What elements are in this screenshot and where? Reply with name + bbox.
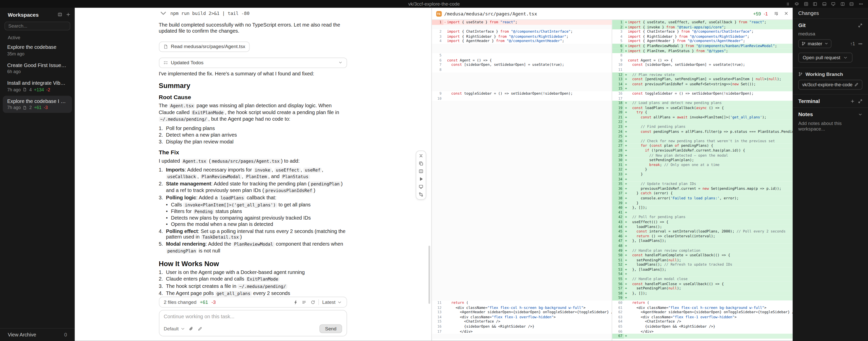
files-count: 4 [29,87,32,92]
list-icon[interactable] [302,300,306,305]
more-menu-icon[interactable] [858,41,863,46]
close-diff-icon[interactable] [784,11,788,16]
columns-icon[interactable] [840,2,845,6]
diff-line: 17 </div> [431,329,612,334]
tool-box[interactable]: Read medusa/src/pages/Agent.tsx [159,41,250,52]
rows-icon[interactable] [849,2,854,6]
list-item: 3.The hook script creates a file in ~/.m… [159,283,347,289]
diff-line: 52+ loadPlans(); // Refresh to update tr… [612,262,793,267]
workspace-time: 7h ago [7,87,21,92]
diff-line [431,177,612,182]
play-icon[interactable] [418,177,424,182]
list-item: 3.Polling logic: Added a loadPlans callb… [159,194,347,201]
workspace-time: 6h ago [7,69,21,74]
diff-line [431,215,612,220]
git-sidebar: Changes Git medusa master ↑1 Open pull r… [793,8,868,341]
diff-line [431,296,612,301]
list-checks-icon [163,60,168,65]
diff-line: 16 const toggleSidebar = () => setSideba… [612,91,793,96]
monitor-icon[interactable] [831,2,836,6]
zap-icon[interactable] [293,300,298,305]
chevron-down-icon[interactable] [858,112,863,117]
workspace-meta: 35m ago [7,51,67,56]
tool-command[interactable]: npm run build 2>&1 | tail -80 [159,9,347,18]
pause-icon[interactable] [785,2,790,6]
diff-line: 55+ // Handle plan modal close [612,277,793,282]
diff-line: 39+ } [612,200,793,206]
refresh-icon[interactable] [310,300,315,305]
wrap-lines-icon[interactable] [774,11,779,16]
chevron-down-icon [159,9,167,18]
workspace-meta: 7h ago4+134-2 [7,87,67,92]
diff-line [431,210,612,215]
search-input[interactable]: Search... [5,22,70,30]
git-branch-icon [802,42,806,46]
new-terminal-icon[interactable] [850,99,855,103]
diff-line: 56+ const handlePlanClose = useCallback(… [612,282,793,286]
diff-line: 67+ [612,334,793,338]
changes-summary-bar[interactable]: 2 files changed +61 -3 Latest [159,297,347,308]
grid-icon[interactable] [803,2,808,6]
diff-line: 50+ const handlePlanComplete = useCallba… [612,253,793,258]
deletions-count: -2 [46,87,50,92]
diff-line: 47+ }, [loadPlans]); [612,239,793,243]
divider [318,299,319,305]
columns-icon[interactable] [58,12,63,17]
branch-select[interactable]: master [798,39,832,48]
diff-line: 41+ [612,210,793,215]
diff-line: 46+ return () => clearInterval(interval)… [612,234,793,239]
panel-bottom-icon[interactable] [822,2,827,6]
columns-icon[interactable] [418,169,424,174]
diff-line [431,291,612,296]
diff-line: 17 [612,96,793,101]
send-button[interactable]: Send [320,324,342,333]
diff-line: 26+ // Check for new pending plans that … [612,139,793,144]
diff-line: 18+ // Load plans and detect new pending… [612,101,793,105]
edit-icon[interactable] [197,326,202,331]
view-archive-button[interactable]: View Archive [8,332,36,338]
diff-line: 66 </div> [612,329,793,334]
diff-line: 4 import { AgentHeader } from "@/compone… [431,39,612,44]
list-item: 2.State management: Added state for trac… [159,181,347,194]
notes-placeholder[interactable]: Add notes about this workspace... [793,121,868,132]
ellipsis-icon[interactable] [858,2,863,6]
sub-list-item: •Calls invoke<PlanItem[]>('get_all_plans… [166,202,347,208]
workspace-list: Explore the codebase35m agoCreate Good F… [0,41,75,328]
message-input[interactable]: Continue working on this task... [164,314,342,319]
mode-select[interactable]: Default [164,326,185,331]
list-item: 2.Claude enters plan mode and calls Exit… [159,276,347,282]
diff-line [431,82,612,87]
diff-line: 27+ for (const plan of pendingPlans) { [612,144,793,149]
plus-icon[interactable] [66,12,70,17]
git-compare-icon[interactable] [418,192,424,197]
message-input-box: Continue working on this task... Default… [159,310,347,336]
latest-dropdown[interactable]: Latest [322,299,342,305]
diff-line: 12 <div className="flex flex-col h-scree… [431,305,612,310]
workspace-item[interactable]: Explore the codebase I want you to ex...… [3,95,72,113]
scrollbar[interactable] [428,246,430,304]
open-pr-button[interactable]: Open pull request [798,53,852,62]
sidebar-left-icon[interactable] [813,2,817,6]
expand-terminal-icon[interactable] [858,99,863,103]
working-branch-field[interactable]: vk/3ccf-explore-the-code [798,80,863,90]
monitor-icon[interactable] [418,184,424,189]
chat-scroll-area: npm run build 2>&1 | tail -80The build c… [75,8,431,297]
diff-line: 5 import { AgentHeader } from "@/compone… [612,39,793,44]
diff-line [431,196,612,200]
collapse-icon[interactable] [418,153,424,158]
notes-section-title: Notes [798,111,813,117]
layers-icon[interactable] [794,2,799,6]
workspace-item[interactable]: Explore the codebase35m ago [3,41,72,59]
diff-line [431,134,612,139]
expand-icon[interactable] [858,23,863,28]
workspace-item[interactable]: Install and integrate Vibe Kanban Web...… [3,78,72,95]
diff-line: 10 const [sidebarOpen, setSidebarOpen] =… [612,63,793,67]
edit-branch-icon[interactable] [854,83,859,87]
tool-box[interactable]: Updated Todos [159,57,347,68]
paragraph: I updated Agent.tsx (medusa/src/pages/Ag… [159,158,347,165]
attach-file-icon[interactable] [189,326,194,331]
terminal-section-title: Terminal [798,98,820,104]
diff-line: 13 <AgentHeader sidebarOpen={sidebarOpen… [431,310,612,315]
workspace-item[interactable]: Create Good First Issues on Github So ..… [3,59,72,77]
copy-icon[interactable] [418,161,424,166]
